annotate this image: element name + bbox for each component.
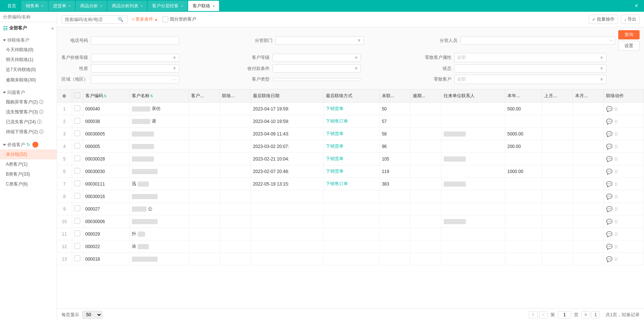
nav-tab-purchase[interactable]: 进货单 ×: [49, 1, 75, 11]
sidebar-item-a-class[interactable]: A类客户(1): [0, 159, 57, 169]
grid-icon[interactable]: ⁝⁝: [615, 156, 617, 162]
nav-tab-customer-contact[interactable]: 客户联络 ×: [188, 1, 219, 11]
row-last-method[interactable]: 下销售订单: [324, 115, 380, 128]
grid-icon[interactable]: ⁝⁝: [615, 231, 617, 237]
sidebar-item-c-class[interactable]: C类客户(6): [0, 179, 57, 189]
row-last-method[interactable]: 下销货单: [324, 103, 380, 115]
name-col-header[interactable]: 客户名称⇅: [130, 89, 189, 103]
liaison-col-header[interactable]: 往来单位联系人: [441, 89, 505, 103]
notcontacted-col-header[interactable]: 未联...: [379, 89, 410, 103]
query-button[interactable]: 查询: [618, 30, 640, 39]
payment-select[interactable]: ▼: [272, 64, 361, 73]
last-method-link[interactable]: 下销货单: [326, 144, 344, 149]
nav-tab-sales[interactable]: 销售单 ×: [21, 1, 48, 11]
row-checkbox[interactable]: [72, 103, 83, 115]
sidebar-item-overdue[interactable]: 逾期未联络(30): [0, 75, 57, 85]
nav-tab-analysis-list[interactable]: 商品分析列表 ×: [108, 1, 147, 11]
dept-select[interactable]: ▼: [275, 36, 364, 45]
row-last-method[interactable]: 下销货单: [324, 128, 380, 140]
message-icon[interactable]: 💬: [606, 156, 612, 162]
message-icon[interactable]: 💬: [606, 256, 612, 262]
close-icon[interactable]: ×: [181, 4, 183, 8]
last-method-link[interactable]: 下销货单: [326, 106, 344, 111]
close-icon[interactable]: ×: [68, 4, 71, 8]
message-icon[interactable]: 💬: [606, 194, 612, 200]
sidebar-section-value-header[interactable]: 价值客户 ↻: [0, 140, 57, 149]
sidebar-all-customers[interactable]: ☷ 全部客户 «: [0, 22, 57, 34]
grid-icon[interactable]: ⁝⁝: [615, 206, 617, 212]
close-icon[interactable]: ×: [100, 4, 102, 8]
message-icon[interactable]: 💬: [606, 219, 612, 225]
retail-attr-select[interactable]: 全部 ▼: [454, 53, 606, 62]
row-checkbox[interactable]: [72, 140, 83, 153]
close-icon[interactable]: ×: [41, 4, 43, 8]
nav-tab-analysis[interactable]: 商品分析 ×: [76, 1, 107, 11]
row-checkbox[interactable]: [72, 178, 83, 190]
grid-icon[interactable]: ⁝⁝: [615, 119, 617, 124]
next-page-button[interactable]: >: [581, 311, 590, 318]
sidebar-item-tomorrow[interactable]: 明天待联络(1): [0, 55, 57, 65]
message-icon[interactable]: 💬: [606, 206, 612, 212]
last-method-link[interactable]: 下销货单: [326, 156, 344, 161]
row-checkbox[interactable]: [72, 215, 83, 228]
row-checkbox[interactable]: [72, 165, 83, 178]
sidebar-item-7days[interactable]: 近7天待联络(0): [0, 65, 57, 75]
price-grade-select[interactable]: ▼: [91, 54, 179, 62]
sidebar-section-problem-header[interactable]: 问题客户: [0, 88, 57, 97]
row-last-method[interactable]: [324, 253, 380, 265]
export-button[interactable]: ↓ 导出: [621, 15, 640, 24]
row-checkbox[interactable]: [72, 228, 83, 240]
grid-icon[interactable]: ⁝⁝: [615, 256, 617, 262]
sidebar-item-today[interactable]: 今天待联络(0): [0, 45, 57, 55]
message-icon[interactable]: 💬: [606, 231, 612, 237]
last-method-link[interactable]: 下销售订单: [326, 181, 348, 186]
nav-home[interactable]: 首页: [3, 1, 21, 11]
row-checkbox[interactable]: [72, 253, 83, 265]
retail-select[interactable]: 全部 ▼: [454, 75, 606, 84]
sidebar-item-warning[interactable]: 流失预警客户(3) ⓘ: [0, 107, 57, 117]
nav-tab-customer-tier[interactable]: 客户分层经客 ×: [148, 1, 187, 11]
grid-icon[interactable]: ⁝⁝: [615, 219, 617, 225]
close-icon[interactable]: ×: [141, 4, 143, 8]
contact-col-header[interactable]: 联络...: [220, 89, 251, 103]
window-close-button[interactable]: ×: [632, 3, 641, 9]
code-col-header[interactable]: 客户编码⇅: [83, 89, 130, 103]
row-checkbox[interactable]: [72, 153, 83, 165]
settings-col-header[interactable]: ⚙: [57, 89, 72, 103]
message-icon[interactable]: 💬: [606, 106, 612, 112]
row-checkbox[interactable]: [72, 240, 83, 253]
nature-select[interactable]: ▼: [91, 64, 179, 73]
sidebar-item-declining[interactable]: 持续下滑客户(2) ⓘ: [0, 127, 57, 137]
phone-input[interactable]: [91, 36, 179, 45]
reset-button[interactable]: 设置: [618, 41, 640, 51]
first-page-button[interactable]: K: [529, 311, 538, 318]
last-method-link[interactable]: 下销货单: [326, 131, 344, 136]
customer-type-select[interactable]: [272, 78, 361, 81]
message-icon[interactable]: 💬: [606, 119, 612, 124]
message-icon[interactable]: 💬: [606, 169, 612, 174]
row-checkbox[interactable]: [72, 128, 83, 140]
lastmethod-col-header[interactable]: 最后联络方式: [324, 89, 380, 103]
sidebar-item-abnormal[interactable]: 囤购异常客户(2) ⓘ: [0, 97, 57, 107]
grid-icon[interactable]: ⁝⁝: [615, 181, 617, 187]
batch-ops-button[interactable]: ✓ 批量操作: [589, 15, 618, 24]
refresh-icon[interactable]: ↻: [27, 142, 30, 147]
row-checkbox[interactable]: [72, 190, 83, 203]
sidebar-search-input[interactable]: [3, 14, 57, 20]
checkbox-icon[interactable]: [162, 17, 168, 22]
sidebar-item-lost[interactable]: 已流失客户(24) ⓘ: [0, 117, 57, 127]
message-icon[interactable]: 💬: [606, 181, 612, 187]
grid-icon[interactable]: ⁝⁝: [615, 106, 617, 112]
row-last-method[interactable]: [324, 190, 380, 203]
sidebar-collapse-btn[interactable]: «: [51, 26, 54, 31]
last-page-button[interactable]: 1: [591, 311, 600, 318]
row-last-method[interactable]: [324, 240, 380, 253]
per-page-select[interactable]: 50 100: [82, 311, 102, 319]
thisyear-col-header[interactable]: 本年...: [505, 89, 542, 103]
type-col-header[interactable]: 客户...: [189, 89, 220, 103]
close-icon[interactable]: ×: [212, 4, 215, 8]
row-checkbox[interactable]: [72, 115, 83, 128]
message-icon[interactable]: 💬: [606, 131, 612, 137]
region-select[interactable]: ···: [91, 75, 179, 84]
thismonth-col-header[interactable]: 本月...: [573, 89, 604, 103]
